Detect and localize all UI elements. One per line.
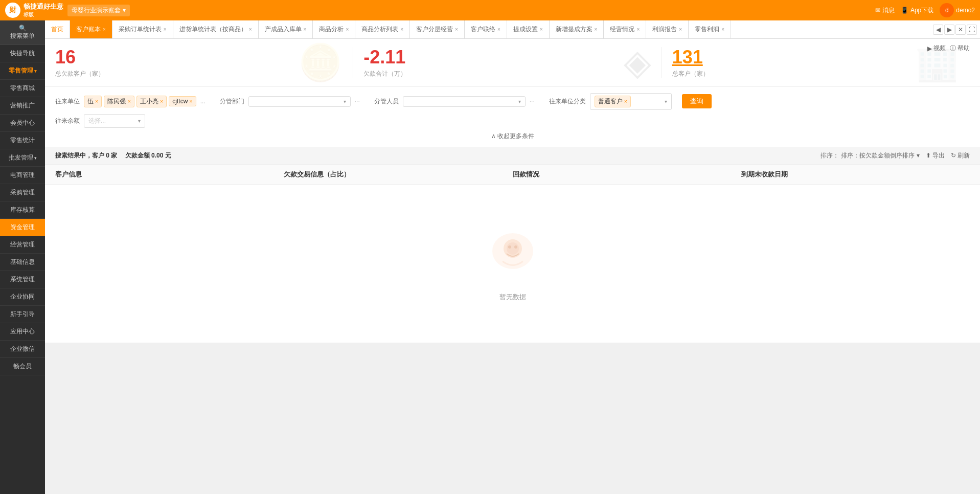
tab-product-analysis[interactable]: 商品分析×: [313, 20, 355, 39]
stat-item-1: ◈ -2.11 欠款合计（万）: [353, 47, 662, 78]
sidebar-item-retail-stats[interactable]: 零售统计: [0, 132, 45, 149]
sidebar-item-app-center[interactable]: 应用中心: [0, 323, 45, 341]
message-icon: ✉: [875, 7, 880, 14]
chevron-icon: ▾: [34, 155, 37, 161]
filter-row-2: 往来余额 选择... ▾: [55, 114, 970, 128]
tab-new-tip-plan[interactable]: 新增提成方案×: [550, 20, 604, 39]
unit-cat-tag-普通客户: 普通客户×: [595, 96, 631, 107]
refresh-button[interactable]: ↻ 刷新: [951, 151, 970, 160]
staff-filter-select[interactable]: ▾: [403, 96, 526, 107]
logo-area: 财 畅捷通好生意 标版: [5, 2, 63, 18]
tab-close-icon[interactable]: ×: [679, 27, 682, 32]
tab-bar: 首页客户账本×采购订单统计表×进货单统计表（按商品）×产成品入库单×商品分析×商…: [45, 20, 980, 39]
sidebar-item-system-mgmt[interactable]: 系统管理: [0, 271, 45, 288]
tab-profit-report[interactable]: 利润报告×: [646, 20, 689, 39]
stat-label-2: 总客户（家）: [672, 70, 709, 78]
sidebar: 🔍 搜索菜单 快捷导航 零售管理▾零售商城营销推广会员中心零售统计批发管理▾电商…: [0, 20, 45, 494]
unit-tag-remove-icon[interactable]: ×: [95, 98, 98, 104]
collapse-button[interactable]: ∧ 收起更多条件: [491, 132, 534, 141]
search-icon: 🔍: [19, 25, 27, 32]
tab-close-icon[interactable]: ×: [164, 27, 167, 32]
export-button[interactable]: ⬆ 导出: [926, 151, 945, 160]
sidebar-item-enterprise-wechat[interactable]: 企业微信: [0, 341, 45, 358]
unit-filter-tags: 伍×陈民强×王小亮×cjttcw×: [84, 96, 196, 107]
tab-close-icon[interactable]: ×: [346, 27, 349, 32]
stat-item-0: 🪙 16 总欠款客户（家）: [55, 47, 353, 78]
tab-home[interactable]: 首页: [45, 20, 70, 39]
sidebar-item-finance-mgmt[interactable]: 资金管理: [0, 219, 45, 236]
unit-tag-remove-icon[interactable]: ×: [160, 98, 163, 104]
table-header-2: 回款情况: [513, 170, 741, 179]
tab-customer-account[interactable]: 客户账本×: [70, 20, 112, 39]
unit-category-select[interactable]: 普通客户× ▾: [590, 93, 672, 110]
download-icon: 📱: [901, 7, 908, 14]
tab-retail-profit[interactable]: 零售利润×: [689, 20, 731, 39]
tab-prev-button[interactable]: ◀: [933, 25, 943, 35]
sidebar-item-ecommerce-mgmt[interactable]: 电商管理: [0, 167, 45, 184]
remain-amount-select[interactable]: 选择... ▾: [84, 114, 145, 128]
unit-cat-tag-remove-icon[interactable]: ×: [624, 98, 627, 104]
query-button[interactable]: 查询: [682, 94, 712, 108]
sidebar-item-wholesale-mgmt[interactable]: 批发管理▾: [0, 149, 45, 167]
tab-purchase-order-stats[interactable]: 采购订单统计表×: [112, 20, 173, 39]
app-download-button[interactable]: 📱 App下载: [901, 6, 933, 15]
tab-operation-status[interactable]: 经营情况×: [604, 20, 646, 39]
tab-close-icon[interactable]: ×: [400, 27, 403, 32]
tab-expand-button[interactable]: ⛶: [967, 25, 977, 35]
tab-close-icon[interactable]: ×: [540, 27, 543, 32]
unit-filter-more[interactable]: ...: [200, 98, 206, 105]
tab-close-icon[interactable]: ×: [249, 27, 252, 32]
results-summary: 搜索结果中，客户 0 家 欠款金额 0.00 元: [55, 151, 171, 160]
sidebar-item-inventory-check[interactable]: 库存核算: [0, 201, 45, 219]
sidebar-item-purchase-mgmt[interactable]: 采购管理: [0, 184, 45, 201]
sidebar-item-operation-mgmt[interactable]: 经营管理: [0, 236, 45, 254]
results-bar: 搜索结果中，客户 0 家 欠款金额 0.00 元 排序： 排序：按欠款金额倒序排…: [45, 147, 980, 165]
staff-filter-extra[interactable]: ···: [530, 98, 535, 105]
user-avatar[interactable]: d demo2: [940, 3, 975, 17]
dept-filter-extra[interactable]: ···: [355, 98, 360, 105]
sidebar-quick-nav[interactable]: 快捷导航: [0, 45, 45, 62]
staff-filter-label: 分管人员: [374, 97, 399, 106]
dept-filter-label: 分管部门: [220, 97, 244, 106]
sidebar-item-retail-mgmt[interactable]: 零售管理▾: [0, 62, 45, 80]
collapse-icon: ∧: [491, 132, 496, 140]
sidebar-item-enterprise-coop[interactable]: 企业协同: [0, 288, 45, 306]
sidebar-item-marketing[interactable]: 营销推广: [0, 97, 45, 115]
sidebar-search[interactable]: 🔍 搜索菜单: [0, 20, 45, 45]
svg-point-3: [508, 245, 511, 249]
table-header-0: 客户信息: [55, 170, 284, 179]
tab-inbound-stats-product[interactable]: 进货单统计表（按商品）×: [173, 20, 259, 39]
tab-product-inbound[interactable]: 产成品入库单×: [259, 20, 313, 39]
tab-tip-settings[interactable]: 提成设置×: [507, 20, 550, 39]
tab-product-analysis-list[interactable]: 商品分析列表×: [355, 20, 410, 39]
sidebar-item-newbie-guide[interactable]: 新手引导: [0, 306, 45, 323]
sidebar-item-vip-member[interactable]: 畅会员: [0, 358, 45, 375]
tab-close-icon[interactable]: ×: [721, 27, 724, 32]
message-button[interactable]: ✉ 消息: [875, 6, 895, 15]
stat-value-2[interactable]: 131: [672, 47, 703, 68]
tab-close-icon[interactable]: ×: [497, 27, 500, 32]
tab-close-icon[interactable]: ×: [595, 27, 598, 32]
tab-close-icon[interactable]: ×: [455, 27, 458, 32]
tab-customer-contact[interactable]: 客户联络×: [465, 20, 507, 39]
unit-tag-remove-icon[interactable]: ×: [189, 98, 192, 104]
tab-close-icon[interactable]: ×: [636, 27, 640, 32]
company-selector[interactable]: 母婴行业演示账套 ▾: [67, 5, 130, 16]
dept-filter-select[interactable]: ▾: [248, 96, 351, 107]
tab-close-all-button[interactable]: ✕: [955, 25, 966, 35]
tab-next-button[interactable]: ▶: [944, 25, 954, 35]
unit-category-label: 往来单位分类: [549, 97, 586, 106]
sidebar-item-basic-info[interactable]: 基础信息: [0, 254, 45, 271]
sidebar-search-label: 搜索菜单: [4, 32, 41, 40]
sidebar-item-member-center[interactable]: 会员中心: [0, 115, 45, 132]
stat-label-1: 欠款合计（万）: [363, 70, 406, 78]
table-header: 客户信息欠款交易信息（占比）回款情况到期未收款日期: [45, 165, 980, 185]
unit-tag-remove-icon[interactable]: ×: [127, 98, 130, 104]
table-header-3: 到期未收款日期: [741, 170, 970, 179]
tab-close-icon[interactable]: ×: [103, 27, 106, 32]
unit-category-tags: 普通客户×: [595, 96, 665, 107]
sort-select[interactable]: 排序： 排序：按欠款金额倒序排序 ▾: [821, 151, 920, 160]
tab-close-icon[interactable]: ×: [304, 27, 307, 32]
tab-customer-tier[interactable]: 客户分层经营×: [410, 20, 465, 39]
sidebar-item-retail-mall[interactable]: 零售商城: [0, 80, 45, 97]
